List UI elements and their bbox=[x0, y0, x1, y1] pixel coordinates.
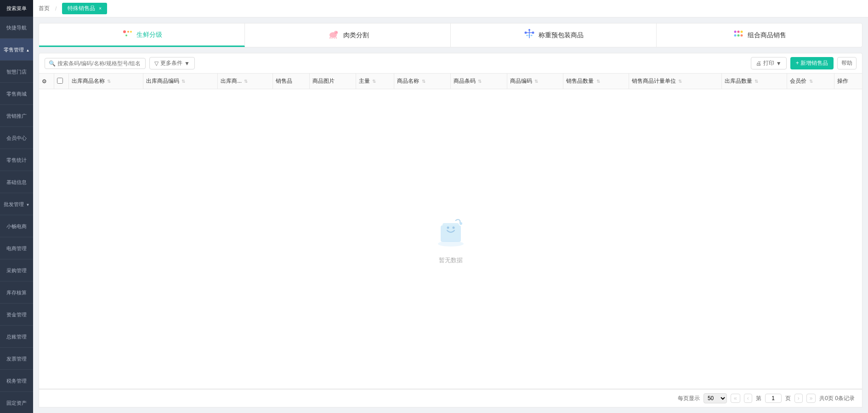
toolbar-left: 🔍 ▽ 更多条件 ▼ bbox=[45, 57, 195, 69]
cat-tab-weight-prepack[interactable]: 称重预包装商品 bbox=[451, 23, 657, 47]
active-tab-label: 特殊销售品 bbox=[68, 5, 95, 12]
col-sales-qty[interactable]: 销售品数量 ⇅ bbox=[563, 74, 629, 89]
table-area: ⚙ 出库商品名称 ⇅ 出库商品编码 ⇅ bbox=[39, 73, 862, 389]
sort-icon: ⇅ bbox=[596, 79, 600, 84]
combo-sales-icon bbox=[733, 29, 744, 41]
top-bar: 首页 / 特殊销售品 × bbox=[33, 0, 868, 17]
sort-icon: ⇅ bbox=[678, 79, 682, 84]
svg-point-17 bbox=[528, 34, 530, 36]
sidebar-item-retail-mall[interactable]: 零售商城 bbox=[0, 83, 33, 105]
col-out-product-name[interactable]: 出库商品名称 ⇅ bbox=[68, 74, 143, 89]
sidebar-item-retail-stats[interactable]: 零售统计 bbox=[0, 149, 33, 171]
toolbar-right: 🖨 打印 ▼ + 新增销售品 帮助 bbox=[751, 57, 857, 69]
svg-point-30 bbox=[452, 226, 454, 229]
sidebar-item-retail-mgmt[interactable]: 零售管理 ▲ bbox=[0, 39, 33, 61]
per-page-select[interactable]: 50 10 20 100 bbox=[703, 393, 727, 403]
breadcrumb-home[interactable]: 首页 bbox=[39, 5, 50, 12]
col-out-product-code[interactable]: 出库商品编码 ⇅ bbox=[143, 74, 217, 89]
sort-icon: ⇅ bbox=[182, 79, 185, 84]
svg-point-15 bbox=[532, 32, 534, 34]
sidebar-item-inventory[interactable]: 库存核算 bbox=[0, 281, 33, 304]
cat-tab-combo-sales[interactable]: 组合商品销售 bbox=[657, 23, 862, 47]
sidebar-item-smart-store[interactable]: 智慧门店 bbox=[0, 61, 33, 83]
tab-close-icon[interactable]: × bbox=[99, 6, 102, 11]
col-sales-unit[interactable]: 销售商品计量单位 ⇅ bbox=[629, 74, 721, 89]
sort-icon: ⇅ bbox=[809, 79, 813, 84]
svg-point-19 bbox=[531, 35, 532, 36]
col-member-price[interactable]: 会员价 ⇅ bbox=[787, 74, 834, 89]
sidebar-item-fixed-assets[interactable]: 固定资产 bbox=[0, 392, 33, 413]
col-checkbox[interactable] bbox=[54, 74, 68, 89]
empty-icon bbox=[432, 214, 469, 251]
cat-tab-fresh-grade-label: 生鲜分级 bbox=[136, 31, 162, 39]
sidebar-item-invoice-mgmt[interactable]: 发票管理 bbox=[0, 348, 33, 370]
svg-point-29 bbox=[447, 226, 449, 229]
print-icon: 🖨 bbox=[756, 60, 761, 67]
sidebar-item-members[interactable]: 会员中心 bbox=[0, 127, 33, 149]
sort-icon: ⇅ bbox=[478, 79, 482, 84]
content-area: 生鲜分级 肉类分割 bbox=[33, 17, 868, 413]
col-product-name[interactable]: 商品名称 ⇅ bbox=[394, 74, 451, 89]
page-suffix: 页 bbox=[785, 395, 791, 402]
sort-icon: ⇅ bbox=[534, 79, 538, 84]
sort-icon: ⇅ bbox=[755, 79, 758, 84]
col-main-weight[interactable]: 主量 ⇅ bbox=[356, 74, 394, 89]
sidebar-item-basic-info[interactable]: 基础信息 bbox=[0, 171, 33, 193]
last-page-button[interactable]: » bbox=[806, 394, 816, 403]
first-page-button[interactable]: « bbox=[731, 394, 740, 403]
help-button[interactable]: 帮助 bbox=[837, 57, 857, 69]
sidebar-item-ecommerce-mgmt[interactable]: 电商管理 bbox=[0, 237, 33, 259]
next-page-button[interactable]: › bbox=[794, 394, 803, 403]
active-tab[interactable]: 特殊销售品 × bbox=[62, 3, 107, 14]
table-header: ⚙ 出库商品名称 ⇅ 出库商品编码 ⇅ bbox=[39, 74, 862, 89]
search-box[interactable]: 🔍 bbox=[45, 58, 146, 69]
sort-icon: ⇅ bbox=[244, 79, 248, 84]
col-product-image[interactable]: 商品图片 bbox=[310, 74, 356, 89]
svg-point-3 bbox=[125, 34, 127, 36]
col-product-barcode[interactable]: 商品条码 ⇅ bbox=[450, 74, 507, 89]
svg-point-21 bbox=[737, 31, 739, 33]
add-sales-product-button[interactable]: + 新增销售品 bbox=[790, 57, 834, 69]
cat-tab-weight-prepack-label: 称重预包装商品 bbox=[539, 31, 584, 40]
sidebar-item-small-store[interactable]: 小畅电商 bbox=[0, 215, 33, 237]
svg-point-23 bbox=[734, 34, 736, 37]
svg-point-18 bbox=[526, 35, 528, 36]
cat-tab-fresh-grade[interactable]: 生鲜分级 bbox=[39, 23, 245, 47]
col-out-product-extra[interactable]: 出库商... ⇅ bbox=[218, 74, 272, 89]
col-action: 操作 bbox=[834, 74, 862, 89]
search-icon: 🔍 bbox=[49, 60, 56, 67]
cat-tab-meat-cut-label: 肉类分割 bbox=[343, 31, 369, 40]
sidebar: 搜索菜单 快捷导航 零售管理 ▲ 智慧门店 零售商城 营销推广 会员中心 零售统… bbox=[0, 0, 33, 413]
prev-page-button[interactable]: ‹ bbox=[744, 394, 752, 403]
col-product-code[interactable]: 商品编码 ⇅ bbox=[507, 74, 563, 89]
svg-point-24 bbox=[737, 34, 739, 37]
col-sales-product[interactable]: 销售品 bbox=[272, 74, 310, 89]
fresh-grade-icon bbox=[122, 29, 133, 40]
print-button[interactable]: 🖨 打印 ▼ bbox=[751, 57, 787, 69]
filter-button[interactable]: ▽ 更多条件 ▼ bbox=[149, 57, 195, 69]
cat-tab-meat-cut[interactable]: 肉类分割 bbox=[245, 23, 451, 47]
data-table: ⚙ 出库商品名称 ⇅ 出库商品编码 ⇅ bbox=[39, 74, 862, 89]
search-input[interactable] bbox=[57, 60, 142, 67]
sidebar-item-quick-nav[interactable]: 快捷导航 bbox=[0, 17, 33, 39]
col-out-qty[interactable]: 出库品数量 ⇅ bbox=[721, 74, 787, 89]
select-all-checkbox[interactable] bbox=[57, 78, 63, 84]
sidebar-item-tax-mgmt[interactable]: 税务管理 bbox=[0, 370, 33, 392]
page-number-input[interactable] bbox=[765, 394, 782, 403]
sidebar-item-wholesale-mgmt[interactable]: 批发管理 ▼ bbox=[0, 193, 33, 215]
sidebar-item-purchase-mgmt[interactable]: 采购管理 bbox=[0, 259, 33, 281]
sidebar-logo[interactable]: 搜索菜单 bbox=[0, 0, 33, 17]
svg-line-10 bbox=[334, 38, 335, 39]
page-label: 第 bbox=[756, 395, 761, 402]
filter-icon: ▽ bbox=[154, 60, 159, 67]
svg-point-7 bbox=[335, 33, 336, 34]
svg-point-22 bbox=[740, 31, 743, 33]
svg-point-2 bbox=[130, 31, 132, 33]
sidebar-item-finance-mgmt[interactable]: 资金管理 bbox=[0, 304, 33, 326]
svg-rect-28 bbox=[443, 223, 459, 238]
col-gear[interactable]: ⚙ bbox=[39, 74, 54, 89]
sidebar-item-marketing[interactable]: 营销推广 bbox=[0, 105, 33, 127]
sidebar-item-ledger-mgmt[interactable]: 总账管理 bbox=[0, 326, 33, 348]
per-page-label: 每页显示 bbox=[678, 395, 700, 402]
svg-point-25 bbox=[740, 34, 743, 37]
